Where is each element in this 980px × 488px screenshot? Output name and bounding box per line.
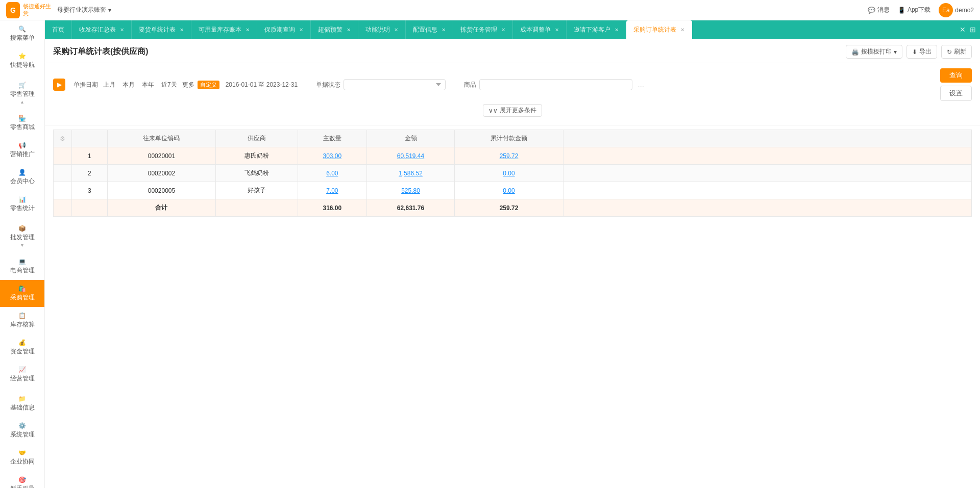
breadcrumb-select[interactable]: 母婴行业演示账套 ▾ <box>57 6 111 14</box>
tab-label-purchase-stats: 采购订单统计表 <box>633 25 676 34</box>
breadcrumb-arrow-icon: ▾ <box>108 7 111 14</box>
sidebar-item-basic-info[interactable]: 📁 基础信息 <box>0 390 44 417</box>
row-extra-0 <box>564 147 972 165</box>
tab-close-config[interactable]: ✕ <box>442 27 446 33</box>
tab-function[interactable]: 功能说明 ✕ <box>358 20 406 39</box>
tab-close-purchase-stats[interactable]: ✕ <box>680 27 684 33</box>
status-select[interactable] <box>344 79 446 90</box>
mall-icon: 🏪 <box>18 115 26 122</box>
operations-icon: 📈 <box>18 366 26 373</box>
gear-icon[interactable]: ⚙ <box>60 135 65 142</box>
wholesale-icon: 📦 <box>18 225 26 232</box>
tab-home[interactable]: 首页 <box>45 20 72 39</box>
tab-label-inv: 可用量库存账本 <box>199 25 241 34</box>
sidebar-item-purchase[interactable]: 🛍️ 采购管理 <box>0 280 44 307</box>
row-amount-1[interactable]: 1,586.52 <box>367 165 455 182</box>
th-settings: ⚙ <box>54 130 72 147</box>
row-qty-2[interactable]: 7.00 <box>298 182 366 199</box>
page-header: 采购订单统计表(按供应商) 🖨️ 按模板打印 ▾ ⬇ 导出 ↻ <box>45 39 980 63</box>
tab-close-all-btn[interactable]: ✕ <box>960 25 966 34</box>
refresh-button[interactable]: ↻ 刷新 <box>941 45 972 59</box>
row-paid-2[interactable]: 0.00 <box>455 182 564 199</box>
tab-close-overstock[interactable]: ✕ <box>347 27 351 33</box>
tab-close-expiry[interactable]: ✕ <box>299 27 303 33</box>
user-action[interactable]: Ea demo2 <box>939 3 974 17</box>
sidebar-item-system[interactable]: ⚙️ 系统管理 <box>0 417 44 444</box>
sidebar-label-wholesale: 批发管理 <box>10 233 35 242</box>
sidebar-item-inventory[interactable]: 📋 库存核算 <box>0 307 44 334</box>
breadcrumb-area[interactable]: 母婴行业演示账套 ▾ <box>51 6 868 14</box>
tab-expand-btn[interactable]: ⊞ <box>970 25 976 34</box>
tab-close-inv[interactable]: ✕ <box>246 27 250 33</box>
row-paid-1[interactable]: 0.00 <box>455 165 564 182</box>
tab-close-cost[interactable]: ✕ <box>555 27 559 33</box>
logo-icon: G <box>6 2 20 18</box>
date-more-btn[interactable]: 更多 <box>182 81 194 89</box>
row-settings-1 <box>54 165 72 182</box>
row-paid-0[interactable]: 259.72 <box>455 147 564 165</box>
sidebar-item-guide[interactable]: 🎯 新手引导 <box>0 471 44 488</box>
date-btn-this-year[interactable]: 本年 <box>140 80 156 90</box>
tab-close-order[interactable]: ✕ <box>180 27 184 33</box>
sidebar-item-retail-stats[interactable]: 📊 零售统计 <box>0 191 44 218</box>
export-icon: ⬇ <box>912 48 917 56</box>
sidebar-item-member[interactable]: 👤 会员中心 <box>0 164 44 191</box>
sidebar-label-finance: 资金管理 <box>10 347 35 356</box>
tab-pick-task[interactable]: 拣货任务管理 ✕ <box>453 20 513 39</box>
tab-bar: 首页 收发存汇总表 ✕ 要货单统计表 ✕ 可用量库存账本 ✕ 保质期查询 ✕ 超… <box>45 20 980 39</box>
app-download-action[interactable]: 📱 App下载 <box>898 6 930 14</box>
tab-purchase-stats[interactable]: 采购订单统计表 ✕ <box>626 20 692 39</box>
tab-cost-adjust[interactable]: 成本调整单 ✕ <box>513 20 567 39</box>
date-btn-7days[interactable]: 近7天 <box>159 80 179 90</box>
tab-expiry[interactable]: 保质期查询 ✕ <box>257 20 311 39</box>
data-table: ⚙ 往来单位编码 供应商 主数量 金额 累计付款金额 <box>53 130 972 217</box>
more-icon[interactable]: … <box>638 81 644 89</box>
goods-input[interactable] <box>479 79 632 90</box>
row-amount-0[interactable]: 60,519.44 <box>367 147 455 165</box>
footer-row: 合计 316.00 62,631.76 259.72 <box>54 199 972 217</box>
tab-inventory-book[interactable]: 可用量库存账本 ✕ <box>191 20 257 39</box>
tab-close-stock[interactable]: ✕ <box>120 27 124 33</box>
sidebar-item-retail-mgmt[interactable]: 🛒 零售管理 ▲ <box>0 76 44 110</box>
tab-close-invite[interactable]: ✕ <box>615 27 619 33</box>
table-body: 1 00020001 惠氏奶粉 303.00 60,519.44 259.72 … <box>54 147 972 199</box>
tab-purchase-order[interactable]: 要货单统计表 ✕ <box>132 20 191 39</box>
filter-row-1: ▶ 单据日期 上月 本月 本年 近7天 更多 自定义 2016-0 <box>53 68 972 101</box>
sidebar-item-nav[interactable]: ⭐ 快捷导航 <box>0 47 44 74</box>
sidebar-item-finance[interactable]: 💰 资金管理 <box>0 334 44 361</box>
row-qty-0[interactable]: 303.00 <box>298 147 366 165</box>
filter-goods: 商品 … <box>464 79 644 90</box>
collab-icon: 🤝 <box>18 449 26 456</box>
sidebar-item-search[interactable]: 🔍 搜索菜单 <box>0 20 44 47</box>
sidebar-item-operations[interactable]: 📈 经营管理 <box>0 361 44 388</box>
date-btn-last-month[interactable]: 上月 <box>101 80 117 90</box>
sidebar-item-wholesale[interactable]: 📦 批发管理 ▼ <box>0 220 44 253</box>
tab-close-function[interactable]: ✕ <box>394 27 398 33</box>
tab-stock-summary[interactable]: 收发存汇总表 ✕ <box>72 20 132 39</box>
tab-config[interactable]: 配置信息 ✕ <box>406 20 453 39</box>
sidebar-item-collab[interactable]: 🤝 企业协同 <box>0 444 44 471</box>
top-bar: G 畅捷通好生意 母婴行业演示账套 ▾ 💬 消息 📱 App下载 Ea demo… <box>0 0 980 20</box>
system-icon: ⚙️ <box>18 422 26 429</box>
expand-more-button[interactable]: ∨∨ 展开更多条件 <box>483 104 542 117</box>
tab-invite[interactable]: 邀请下游客户 ✕ <box>567 20 626 39</box>
table-head: ⚙ 往来单位编码 供应商 主数量 金额 累计付款金额 <box>54 130 972 147</box>
sidebar-item-ecommerce[interactable]: 💻 电商管理 <box>0 253 44 280</box>
query-button[interactable]: 查询 <box>940 68 972 83</box>
row-code-2: 00020005 <box>107 182 216 199</box>
export-button[interactable]: ⬇ 导出 <box>906 45 937 59</box>
tab-close-pick[interactable]: ✕ <box>501 27 505 33</box>
chevron-down-icon: ▲ <box>20 99 24 105</box>
sidebar-item-marketing[interactable]: 📢 营销推广 <box>0 137 44 164</box>
row-qty-1[interactable]: 6.00 <box>298 165 366 182</box>
template-print-button[interactable]: 🖨️ 按模板打印 ▾ <box>846 45 902 59</box>
filter-toggle[interactable]: ▶ <box>53 79 65 91</box>
tab-overstock[interactable]: 超储预警 ✕ <box>311 20 358 39</box>
date-btn-this-month[interactable]: 本月 <box>120 80 137 90</box>
sidebar-item-mall[interactable]: 🏪 零售商城 <box>0 110 44 137</box>
th-amount: 金额 <box>367 130 455 147</box>
sidebar-label-inventory: 库存核算 <box>10 320 35 329</box>
message-action[interactable]: 💬 消息 <box>868 6 890 14</box>
filter-settings-button[interactable]: 设置 <box>940 86 972 101</box>
row-amount-2[interactable]: 525.80 <box>367 182 455 199</box>
